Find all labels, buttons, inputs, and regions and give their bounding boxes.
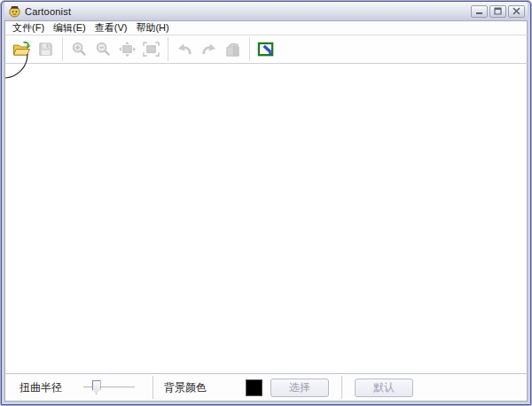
maximize-button[interactable] xyxy=(489,5,506,18)
app-icon xyxy=(8,4,21,18)
distort-radius-label: 扭曲半径 xyxy=(20,380,62,395)
toolbar xyxy=(4,35,528,64)
slider-thumb[interactable] xyxy=(92,380,101,394)
zoom-in-icon xyxy=(71,41,88,58)
image-canvas[interactable] xyxy=(4,64,528,373)
save-icon xyxy=(37,41,54,58)
minimize-icon xyxy=(475,7,483,15)
window-frame: Cartoonist 文件(F) 编辑(E) 查看(V) 帮助(H) xyxy=(1,1,531,405)
zoom-in-button[interactable] xyxy=(67,37,91,61)
slider-track[interactable] xyxy=(83,386,135,388)
redo-icon xyxy=(200,41,218,58)
edit-image-icon xyxy=(257,41,276,58)
default-button[interactable]: 默认 xyxy=(355,379,413,397)
background-color-label: 背景颜色 xyxy=(164,380,207,395)
actual-size-icon xyxy=(142,41,160,58)
bottom-bar-separator xyxy=(153,376,153,399)
undo-button[interactable] xyxy=(173,37,197,61)
toolbar-separator xyxy=(249,37,250,61)
bottom-bar-separator xyxy=(341,376,342,399)
window-title: Cartoonist xyxy=(25,6,71,17)
distort-radius-slider[interactable] xyxy=(83,379,135,395)
undo-icon xyxy=(176,41,194,58)
toolbar-separator xyxy=(62,37,63,61)
revert-button[interactable] xyxy=(221,37,245,61)
open-folder-icon xyxy=(12,41,31,58)
background-color-swatch[interactable] xyxy=(246,379,262,396)
menu-bar: 文件(F) 编辑(E) 查看(V) 帮助(H) xyxy=(4,20,528,35)
menu-file[interactable]: 文件(F) xyxy=(8,20,49,35)
open-image-button[interactable] xyxy=(10,37,34,61)
fit-window-button[interactable] xyxy=(115,37,139,61)
save-image-button[interactable] xyxy=(34,37,58,61)
select-color-button[interactable]: 选择 xyxy=(270,379,329,397)
toolbar-separator xyxy=(168,37,168,61)
close-icon xyxy=(512,7,520,15)
maximize-icon xyxy=(494,7,502,15)
zoom-out-icon xyxy=(95,41,112,58)
close-button[interactable] xyxy=(508,5,525,18)
menu-help[interactable]: 帮助(H) xyxy=(131,20,173,35)
redo-button[interactable] xyxy=(197,37,221,61)
edit-image-button[interactable] xyxy=(254,37,278,61)
menu-view[interactable]: 查看(V) xyxy=(90,20,132,35)
menu-edit[interactable]: 编辑(E) xyxy=(49,20,90,35)
actual-size-button[interactable] xyxy=(139,37,163,61)
fit-window-icon xyxy=(118,41,137,58)
title-bar[interactable]: Cartoonist xyxy=(4,2,528,20)
zoom-out-button[interactable] xyxy=(91,37,115,61)
bottom-bar: 扭曲半径 背景颜色 选择 默认 xyxy=(4,373,528,402)
minimize-button[interactable] xyxy=(471,5,488,18)
revert-icon xyxy=(223,41,242,58)
app-window: Cartoonist 文件(F) 编辑(E) 查看(V) 帮助(H) xyxy=(0,0,532,406)
